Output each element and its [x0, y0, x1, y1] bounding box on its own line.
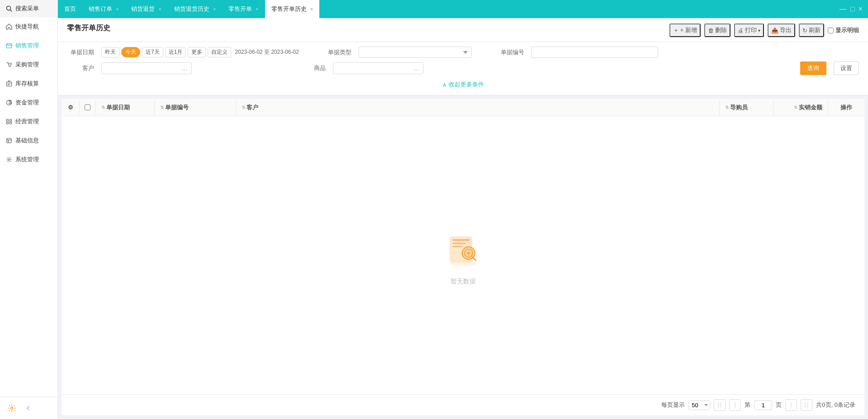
th-action: 操作 [828, 100, 864, 115]
tab-close-icon[interactable]: × [310, 6, 313, 12]
empty-illustration [441, 225, 486, 270]
delete-button[interactable]: 🗑 删除 [704, 24, 730, 37]
tab-sales-return-label: 销货退货 [131, 5, 155, 13]
tab-sales-order[interactable]: 销售订单 × [82, 0, 125, 18]
basic-icon [5, 137, 13, 144]
sidebar-bottom [0, 397, 57, 419]
window-close-button[interactable]: — [840, 5, 847, 13]
doc-type-wrapper [359, 47, 472, 58]
customer-input[interactable]: ... [101, 62, 192, 74]
display-detail-checkbox-label[interactable]: 显示明细 [828, 26, 859, 34]
svg-line-30 [473, 257, 476, 260]
date-7days-btn[interactable]: 近7天 [142, 47, 163, 57]
sidebar-item-label: 系统管理 [15, 155, 39, 164]
sales-icon [5, 42, 13, 49]
date-yesterday-btn[interactable]: 昨天 [101, 47, 119, 57]
th-amount-label: 实销金额 [799, 104, 822, 112]
sidebar-search[interactable]: 搜索采单 [0, 0, 57, 17]
date-today-btn[interactable]: 今天 [121, 47, 140, 57]
th-customer-label: 客户 [247, 104, 258, 112]
sidebar-item-finance[interactable]: $ 资金管理 [0, 93, 57, 112]
empty-text: 暂无数据 [451, 278, 476, 286]
goods-input[interactable]: ... [333, 62, 423, 74]
collapse-label: 收起更多条件 [449, 80, 484, 89]
doc-type-select[interactable] [359, 47, 472, 58]
svg-point-6 [9, 66, 9, 67]
sort-icon[interactable]: ⇅ [160, 105, 164, 110]
tab-sales-order-label: 销售订单 [89, 5, 112, 13]
add-label: + 新增 [680, 26, 697, 34]
tab-close-icon[interactable]: × [213, 6, 216, 12]
svg-rect-26 [452, 243, 466, 244]
tab-close-icon[interactable]: × [158, 6, 161, 12]
sort-icon[interactable]: ⇅ [725, 105, 729, 110]
sidebar-item-sales[interactable]: 销售管理 [0, 36, 57, 55]
date-filter-label: 单据日期 [67, 48, 94, 56]
svg-rect-25 [452, 239, 470, 241]
tab-close-icon[interactable]: × [256, 6, 258, 12]
sidebar-item-quick-nav[interactable]: 快捷导航 [0, 17, 57, 36]
delete-label: 删除 [715, 26, 727, 34]
tab-sales-return-history[interactable]: 销货退货历史 × [168, 0, 222, 18]
purchase-icon [5, 61, 13, 68]
date-1month-btn[interactable]: 近1月 [165, 47, 186, 57]
sidebar-item-inventory[interactable]: 库存核算 [0, 74, 57, 93]
sidebar-item-label: 库存核算 [15, 80, 39, 88]
svg-rect-2 [6, 44, 12, 48]
system-icon [5, 156, 13, 163]
th-customer: ⇅ 客户 [236, 100, 720, 115]
date-more-btn[interactable]: 更多 [188, 47, 206, 57]
main-content: 首页 销售订单 × 销货退货 × 销货退货历史 × 零售开单 × 零售开单历史 … [58, 0, 868, 419]
sidebar-item-operations[interactable]: 经营管理 [0, 112, 57, 131]
page-first-btn[interactable]: ⟨⟨ [714, 399, 726, 411]
collapse-button[interactable]: ∧ 收起更多条件 [67, 79, 859, 90]
sort-icon[interactable]: ⇅ [242, 105, 245, 110]
refresh-icon: ↻ [802, 27, 807, 34]
add-button[interactable]: ＋ + 新增 [669, 24, 701, 37]
tab-retail-open[interactable]: 零售开单 × [222, 0, 265, 18]
settings-button[interactable]: 设置 [834, 61, 859, 75]
sidebar-item-purchase[interactable]: 采购管理 [0, 55, 57, 74]
sort-icon[interactable]: ⇅ [101, 105, 105, 110]
th-settings[interactable]: ⚙ [62, 100, 80, 114]
sort-icon[interactable]: ⇅ [794, 105, 797, 110]
query-button[interactable]: 查询 [800, 61, 826, 75]
sidebar-item-basic[interactable]: 基础信息 [0, 131, 57, 150]
svg-rect-8 [7, 82, 12, 86]
customer-dots[interactable]: ... [182, 64, 188, 72]
display-detail-label: 显示明细 [835, 26, 859, 34]
th-date: ⇅ 单据日期 [96, 100, 155, 115]
page-prev-btn[interactable]: ⟨ [729, 399, 741, 411]
sidebar-item-system[interactable]: 系统管理 [0, 150, 57, 169]
th-checkbox[interactable] [80, 101, 96, 114]
goods-dots[interactable]: ... [413, 64, 419, 72]
tab-retail-open-history[interactable]: 零售开单历史 × [265, 0, 319, 18]
filter-area: 单据日期 昨天 今天 近7天 近1月 更多 自定义 2023-06-02 至 2… [58, 42, 868, 95]
tab-sales-return[interactable]: 销货退货 × [125, 0, 167, 18]
date-custom-btn[interactable]: 自定义 [208, 47, 231, 57]
print-icon: 🖨 [738, 27, 744, 34]
settings-gear-icon[interactable] [5, 402, 18, 414]
tab-home[interactable]: 首页 [58, 0, 82, 18]
collapse-sidebar-icon[interactable] [22, 402, 34, 414]
search-icon [5, 5, 13, 12]
window-maximize-button[interactable]: □ [850, 5, 855, 13]
doc-no-input[interactable] [531, 47, 658, 58]
page-last-btn[interactable]: ⟩⟩ [801, 399, 812, 411]
svg-rect-14 [10, 119, 12, 121]
page-label-post: 页 [776, 401, 782, 409]
per-page-select[interactable]: 50 10 20 100 [688, 400, 710, 410]
display-detail-checkbox[interactable] [828, 28, 834, 33]
print-button[interactable]: 🖨 打印 ▾ [734, 24, 764, 37]
sidebar-item-label: 经营管理 [15, 118, 39, 126]
table-settings-icon[interactable]: ⚙ [68, 104, 73, 111]
refresh-button[interactable]: ↻ 刷新 [799, 24, 824, 37]
add-icon: ＋ [673, 26, 679, 34]
window-close-x-button[interactable]: × [859, 5, 863, 13]
select-all-checkbox[interactable] [85, 104, 90, 110]
svg-text:$: $ [9, 99, 12, 105]
page-next-btn[interactable]: ⟩ [785, 399, 797, 411]
tab-close-icon[interactable]: × [116, 6, 119, 12]
export-button[interactable]: 📤 导出 [768, 24, 795, 37]
page-input[interactable] [754, 400, 772, 410]
